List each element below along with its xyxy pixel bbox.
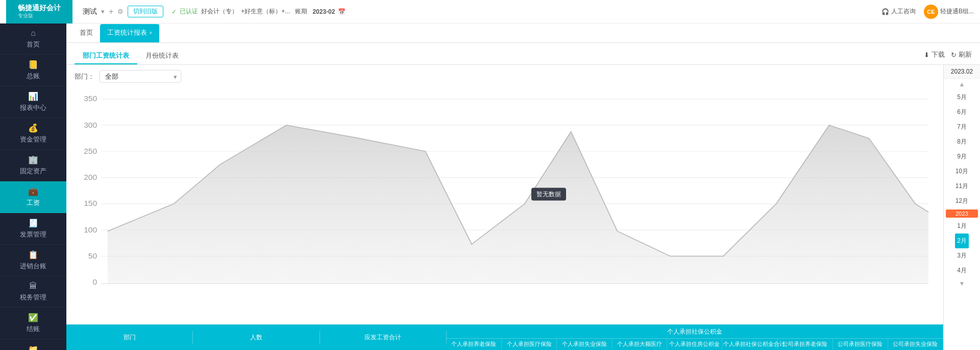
tab-salary-label: 工资统计报表 (107, 28, 147, 37)
header-right: 🎧 人工咨询 CE 轻捷通B组... (881, 5, 974, 19)
sidebar-item-closing[interactable]: ✅ 结账 (0, 308, 66, 339)
refresh-icon: ↻ (951, 51, 957, 59)
sidebar-label-home: 首页 (27, 40, 40, 49)
year-2023-label: 2023 (946, 209, 978, 218)
content-main: 部门： 全部 财务部 销售部 行政部 ▾ (66, 65, 943, 350)
filter-bar: 部门： 全部 财务部 销售部 行政部 ▾ (66, 65, 943, 88)
switch-old-button[interactable]: 切到旧版 (128, 6, 163, 17)
right-panel: 2023.02 ▲ 5月6月7月8月9月10月11月12月 2023 1月2月3… (943, 65, 980, 350)
sidebar-item-funds[interactable]: 💰 资金管理 (0, 118, 66, 150)
dept-select[interactable]: 全部 财务部 销售部 行政部 (100, 70, 181, 83)
month-item-10月[interactable]: 10月 (953, 164, 970, 179)
col-dept: 部门 (66, 331, 193, 344)
month-item-12月[interactable]: 12月 (953, 194, 970, 208)
chart-area: 350 300 250 200 150 100 50 0 (66, 88, 943, 324)
sidebar-label-reports: 报表中心 (20, 103, 46, 112)
month-item-8月[interactable]: 8月 (953, 134, 970, 149)
download-label: 下载 (932, 50, 945, 59)
col-sub-3: 个人承担大额医疗 (612, 339, 667, 349)
sub-tab-month[interactable]: 月份统计表 (137, 48, 187, 64)
add-icon[interactable]: + (109, 7, 113, 16)
download-button[interactable]: ⬇ 下载 (924, 50, 945, 59)
svg-text:300: 300 (84, 121, 97, 129)
settings-icon[interactable]: ⚙ (117, 8, 124, 15)
sidebar-label-assets: 固定资产 (20, 167, 46, 176)
logo-text: 畅捷通好会计 (18, 4, 61, 12)
closing-icon: ✅ (28, 313, 38, 322)
month-item-cur-4月[interactable]: 4月 (955, 263, 969, 278)
sidebar-item-reports[interactable]: 📊 报表中心 (0, 86, 66, 118)
refresh-button[interactable]: ↻ 刷新 (951, 50, 972, 59)
header-left: 畅捷通好会计 专业版 测试 ▾ + ⚙ 切到旧版 ✓ 已认证 好会计（专） +好… (6, 0, 881, 24)
sidebar-label-salary: 工资 (27, 198, 40, 207)
sidebar-item-home[interactable]: ⌂ 首页 (0, 24, 66, 55)
col-headcount: 人数 (193, 331, 320, 344)
month-item-cur-2月[interactable]: 2月 (955, 234, 969, 248)
sub-tabs-right: ⬇ 下载 ↻ 刷新 (924, 50, 972, 62)
period-label: 账期 (295, 7, 307, 16)
sidebar-item-inventory[interactable]: 📋 进销台账 (0, 245, 66, 276)
service-label: 人工咨询 (891, 7, 916, 16)
sidebar-label-tax: 税务管理 (20, 293, 46, 302)
service-button[interactable]: 🎧 人工咨询 (881, 7, 916, 16)
tab-home[interactable]: 首页 (72, 24, 100, 42)
col-group-personal: 个人承担社保公积金 个人承担养老保险个人承担医疗保险个人承担失业保险个人承担大额… (447, 325, 943, 349)
sidebar-label-ledger: 总账 (27, 72, 40, 81)
sub-tabs-left: 部门工资统计表 月份统计表 (75, 48, 187, 64)
dropdown-arrow-icon[interactable]: ▾ (101, 8, 105, 15)
biz-badge: +好生意（标）+... (241, 7, 290, 16)
sidebar-item-salary[interactable]: 💼 工资 (0, 181, 66, 213)
tab-close-icon[interactable]: × (149, 30, 152, 36)
dept-select-wrapper: 全部 财务部 销售部 行政部 ▾ (100, 70, 181, 83)
certified-badge: 已认证 (180, 7, 198, 16)
headset-icon: 🎧 (881, 8, 889, 15)
col-sub-7: 公司承担医疗保险 (833, 339, 888, 349)
main-inner: 部门： 全部 财务部 销售部 行政部 ▾ (66, 65, 980, 350)
sidebar-item-assets[interactable]: 🏢 固定资产 (0, 150, 66, 181)
sidebar-item-tax[interactable]: 🏛 税务管理 (0, 276, 66, 308)
user-name: 轻捷通B组... (940, 7, 974, 16)
sidebar-item-ledger[interactable]: 📒 总账 (0, 55, 66, 86)
download-icon: ⬇ (924, 51, 929, 59)
month-item-5月[interactable]: 5月 (953, 90, 970, 105)
col-sub-1: 个人承担医疗保险 (502, 339, 557, 349)
sidebar-label-closing: 结账 (27, 324, 40, 334)
app-logo: 畅捷通好会计 专业版 (6, 0, 72, 24)
good-account-badge: 好会计（专） (201, 7, 238, 16)
tab-salary-report[interactable]: 工资统计报表 × (100, 24, 159, 42)
month-item-9月[interactable]: 9月 (953, 149, 970, 164)
svg-text:350: 350 (84, 95, 97, 103)
month-item-7月[interactable]: 7月 (953, 120, 970, 134)
month-item-6月[interactable]: 6月 (953, 105, 970, 120)
page-content: 部门工资统计表 月份统计表 ⬇ 下载 ↻ 刷新 (66, 43, 980, 350)
sub-tab-dept[interactable]: 部门工资统计表 (75, 48, 137, 64)
home-icon: ⌂ (31, 29, 36, 38)
col-sub-2: 个人承担失业保险 (557, 339, 612, 349)
svg-text:50: 50 (88, 252, 97, 260)
month-item-cur-3月[interactable]: 3月 (955, 248, 969, 263)
col-sub-8: 公司承担失业保险 (888, 339, 943, 349)
sidebar-item-invoice[interactable]: 🧾 发票管理 (0, 213, 66, 245)
svg-text:100: 100 (84, 226, 97, 234)
year-display: 2023.02 (944, 65, 980, 79)
tax-icon: 🏛 (29, 282, 37, 291)
nav-up-icon[interactable]: ▲ (944, 79, 980, 90)
sidebar-label-funds: 资金管理 (20, 135, 46, 144)
nav-down-icon[interactable]: ▼ (944, 278, 980, 289)
tab-bar: 首页 工资统计报表 × (66, 24, 980, 43)
salary-icon: 💼 (28, 186, 38, 196)
calendar-icon[interactable]: 📅 (338, 8, 346, 15)
svg-text:150: 150 (84, 200, 97, 207)
user-info[interactable]: CE 轻捷通B组... (924, 5, 974, 19)
sidebar-label-inventory: 进销台账 (20, 262, 46, 271)
month-item-11月[interactable]: 11月 (953, 179, 970, 194)
svg-text:200: 200 (84, 174, 97, 181)
col-sub-5: 个人承担社保公积金合计 (722, 339, 777, 349)
reports-icon: 📊 (28, 91, 38, 101)
period-value: 2023-02 (312, 8, 335, 15)
funds-icon: 💰 (28, 123, 38, 133)
col-sub-0: 个人承担养老保险 (447, 339, 502, 349)
month-item-cur-1月[interactable]: 1月 (955, 219, 969, 234)
sidebar-item-archive[interactable]: 📁 归档管理 (0, 339, 66, 350)
group-header: 个人承担社保公积金 (447, 325, 943, 339)
